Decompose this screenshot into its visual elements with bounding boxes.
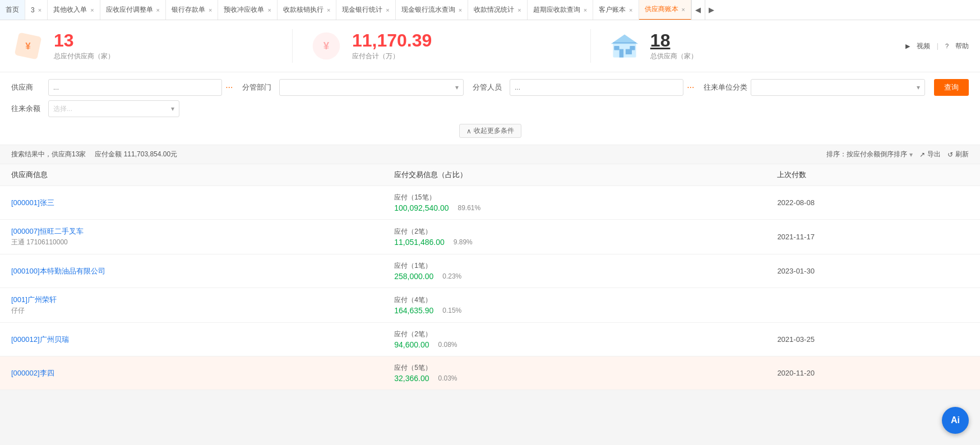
supplier-sub: 仔仔: [11, 306, 394, 316]
refresh-button[interactable]: ↺ 刷新: [947, 150, 969, 159]
nav-tab-cash-bank-flow[interactable]: 现金银行流水查询 ×: [396, 0, 468, 20]
nav-tab-customer-ledger[interactable]: 客户账本 ×: [593, 0, 639, 20]
payable-total-number: 11,170.39: [352, 31, 574, 49]
tx-amount[interactable]: 258,000.00: [394, 272, 433, 281]
close-icon[interactable]: ×: [386, 7, 389, 13]
help-link[interactable]: 帮助: [955, 41, 969, 51]
balance-label: 往来余额: [11, 104, 45, 114]
result-info: 搜索结果中，供应商13家 应付金额 111,703,854.00元: [11, 150, 177, 159]
supplier-input[interactable]: [48, 79, 222, 96]
nav-tab-bank-deposit[interactable]: 银行存款单 ×: [166, 0, 218, 20]
lastpay-cell: 2021-03-25: [777, 335, 969, 344]
summary-text-total-suppliers: 18 总供应商（家）: [650, 31, 872, 61]
manager-dots[interactable]: ···: [687, 82, 694, 92]
nav-tab-supplier-ledger[interactable]: 供应商账本 ×: [639, 0, 691, 20]
table-row: [000012]广州贝瑞 应付（2笔） 94,600.00 0.08% 2021…: [0, 323, 980, 356]
summary-text-payable-suppliers: 13 总应付供应商（家）: [54, 31, 275, 61]
svg-text:¥: ¥: [323, 40, 330, 52]
video-icon: ▶: [905, 43, 910, 50]
transaction-cell: 应付（15笔） 100,092,540.00 89.61%: [394, 193, 777, 212]
close-icon[interactable]: ×: [517, 7, 521, 13]
department-label: 分管部门: [242, 82, 276, 92]
nav-tab-3[interactable]: 3 ×: [25, 0, 48, 20]
chevron-down-icon: ▾: [171, 105, 174, 113]
supplier-link[interactable]: [000012]广州贝瑞: [11, 335, 394, 345]
tx-amount[interactable]: 32,366.00: [394, 374, 429, 383]
th-supplier: 供应商信息: [11, 170, 394, 180]
result-amount-text: 应付金额 111,703,854.00元: [95, 150, 177, 159]
close-icon[interactable]: ×: [459, 7, 462, 13]
category-select[interactable]: ▾: [751, 79, 926, 96]
close-icon[interactable]: ×: [584, 7, 587, 13]
supplier-dots[interactable]: ···: [225, 82, 233, 92]
summary-right: ▶ 视频 | ? 帮助: [905, 41, 969, 51]
refresh-icon: ↺: [947, 151, 953, 159]
table-header: 供应商信息 应付交易信息（占比） 上次付数: [0, 164, 980, 186]
payable-total-label: 应付合计（万）: [352, 52, 574, 61]
tx-amount[interactable]: 164,635.90: [394, 306, 433, 315]
chevron-down-icon: ▾: [455, 84, 459, 91]
sort-button[interactable]: 排序：按应付余额倒序排序 ▾: [826, 150, 913, 159]
summary-bar: ¥ 13 总应付供应商（家） ¥ 11,170.39 应付合计（万）: [0, 20, 980, 72]
close-icon[interactable]: ×: [209, 7, 212, 13]
balance-select[interactable]: 选择... ▾: [48, 100, 179, 117]
nav-tab-overdue-ar[interactable]: 超期应收款查询 ×: [528, 0, 593, 20]
query-button[interactable]: 查询: [934, 79, 969, 96]
supplier-link[interactable]: [000001]张三: [11, 198, 394, 208]
department-select[interactable]: ▾: [279, 79, 464, 96]
summary-item-total-suppliers: 18 总供应商（家）: [608, 29, 889, 63]
lastpay-cell: 2022-08-08: [777, 198, 969, 207]
close-icon[interactable]: ×: [327, 7, 330, 13]
close-icon[interactable]: ×: [682, 6, 685, 13]
result-actions: 排序：按应付余额倒序排序 ▾ ↗ 导出 ↺ 刷新: [826, 150, 969, 159]
nav-tab-prepaid-ar[interactable]: 预收冲应收单 ×: [218, 0, 277, 20]
supplier-cell: [000001]张三: [11, 198, 394, 208]
nav-next-arrow[interactable]: ▶: [705, 0, 718, 20]
nav-tab-home[interactable]: 首页: [0, 0, 25, 20]
export-button[interactable]: ↗ 导出: [919, 150, 941, 159]
nav-tab-receipt-stat[interactable]: 收款情况统计 ×: [468, 0, 527, 20]
table-row: [001]广州荣轩 仔仔 应付（4笔） 164,635.90 0.15%: [0, 288, 980, 323]
sort-chevron-icon: ▾: [909, 151, 913, 159]
nav-tab-receipt-write-off[interactable]: 收款核销执行 ×: [278, 0, 336, 20]
transaction-cell: 应付（1笔） 258,000.00 0.23%: [394, 261, 777, 281]
close-icon[interactable]: ×: [267, 7, 271, 13]
supplier-link[interactable]: [001]广州荣轩: [11, 295, 394, 305]
supplier-cell: [000012]广州贝瑞: [11, 335, 394, 345]
manager-input[interactable]: [510, 79, 683, 96]
filter-balance: 往来余额 选择... ▾: [11, 100, 179, 117]
payable-suppliers-number: 13: [54, 31, 275, 49]
total-suppliers-number[interactable]: 18: [650, 31, 872, 49]
refresh-label: 刷新: [955, 150, 969, 159]
total-suppliers-label: 总供应商（家）: [650, 52, 872, 61]
supplier-cell: [000002]李四: [11, 368, 394, 378]
svg-rect-6: [620, 49, 623, 58]
close-icon[interactable]: ×: [629, 7, 632, 13]
supplier-link[interactable]: [000007]恒旺二手叉车: [11, 226, 394, 237]
th-transaction: 应付交易信息（占比）: [394, 170, 777, 180]
nav-tab-cash-bank-stat[interactable]: 现金银行统计 ×: [336, 0, 395, 20]
supplier-link[interactable]: [000100]本特勤油品有限公司: [11, 266, 394, 276]
export-label: 导出: [927, 150, 941, 159]
transaction-cell: 应付（5笔） 32,366.00 0.03%: [394, 363, 777, 383]
close-icon[interactable]: ×: [90, 7, 94, 13]
table-row: [000001]张三 应付（15笔） 100,092,540.00 89.61%…: [0, 186, 980, 220]
tx-label: 应付（1笔）: [394, 261, 777, 271]
nav-prev-arrow[interactable]: ◀: [691, 0, 705, 20]
video-link[interactable]: 视频: [917, 41, 930, 51]
sort-label: 排序：按应付余额倒序排序: [826, 150, 907, 159]
tx-amount[interactable]: 100,092,540.00: [394, 203, 449, 212]
tx-label: 应付（2笔）: [394, 227, 777, 237]
table-row: [000007]恒旺二手叉车 王通 17106110000 应付（2笔） 11,…: [0, 220, 980, 254]
tx-amount[interactable]: 94,600.00: [394, 340, 429, 349]
tx-label: 应付（4笔）: [394, 295, 777, 305]
supplier-link[interactable]: [000002]李四: [11, 368, 394, 378]
lastpay-cell: 2023-01-30: [777, 267, 969, 275]
collapse-button[interactable]: ∧ 收起更多条件: [459, 124, 521, 138]
close-icon[interactable]: ×: [38, 7, 41, 13]
tx-amount[interactable]: 11,051,486.00: [394, 238, 445, 247]
table-row: [000100]本特勤油品有限公司 应付（1笔） 258,000.00 0.23…: [0, 254, 980, 288]
nav-tab-ar-ap-adjust[interactable]: 应收应付调整单 ×: [100, 0, 166, 20]
nav-tab-other-income[interactable]: 其他收入单 ×: [48, 0, 100, 20]
close-icon[interactable]: ×: [156, 7, 160, 13]
